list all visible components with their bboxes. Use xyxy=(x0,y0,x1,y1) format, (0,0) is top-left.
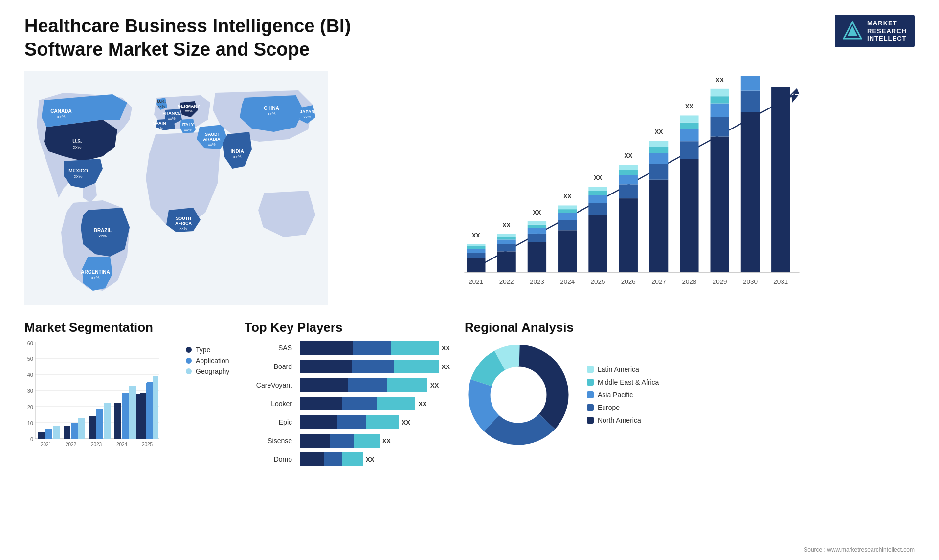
svg-text:FRANCE: FRANCE xyxy=(162,111,181,116)
svg-rect-93 xyxy=(741,112,760,273)
svg-rect-85 xyxy=(680,115,698,122)
svg-text:XX: XX xyxy=(624,152,632,159)
svg-rect-139 xyxy=(140,393,146,439)
legend-geography: Geography xyxy=(186,367,229,375)
svg-rect-84 xyxy=(680,123,698,129)
donut-svg xyxy=(465,341,572,449)
svg-text:CHINA: CHINA xyxy=(264,106,279,111)
svg-rect-73 xyxy=(619,165,638,170)
svg-rect-46 xyxy=(497,244,515,251)
svg-rect-59 xyxy=(558,213,577,220)
svg-text:2021: 2021 xyxy=(469,278,483,285)
svg-text:ARABIA: ARABIA xyxy=(203,137,221,142)
page-container: Healthcare Business Intelligence (BI) So… xyxy=(0,0,939,560)
regional-title: Regional Analysis xyxy=(465,320,915,335)
svg-text:2022: 2022 xyxy=(66,442,77,447)
svg-rect-45 xyxy=(497,251,515,272)
svg-text:xx%: xx% xyxy=(74,174,82,179)
player-row-sisense: Sisense XX xyxy=(245,434,450,448)
legend-application: Application xyxy=(186,357,229,365)
svg-text:0: 0 xyxy=(30,436,33,442)
segmentation-title: Market Segmentation xyxy=(24,320,230,335)
main-grid: CANADA xx% U.S. xx% MEXICO xx% BRAZIL xx… xyxy=(24,71,915,471)
svg-text:60: 60 xyxy=(27,341,33,346)
svg-text:2024: 2024 xyxy=(116,442,128,447)
svg-rect-126 xyxy=(53,426,60,439)
svg-rect-132 xyxy=(104,403,111,439)
svg-rect-41 xyxy=(467,249,485,253)
players-title: Top Key Players xyxy=(245,320,450,335)
svg-text:xx%: xx% xyxy=(168,116,175,121)
svg-rect-96 xyxy=(771,87,790,273)
svg-text:xx%: xx% xyxy=(57,114,65,119)
svg-text:2024: 2024 xyxy=(560,278,575,285)
bottom-section: Market Segmentation 0 10 20 30 40 50 60 xyxy=(24,315,915,471)
player-row-carevoyant: CareVoyant XX xyxy=(245,378,450,392)
svg-rect-67 xyxy=(588,187,607,191)
player-row-domo: Domo XX xyxy=(245,452,450,466)
svg-rect-72 xyxy=(619,170,638,175)
svg-text:SPAIN: SPAIN xyxy=(153,121,166,126)
legend-middle-east-africa: Middle East & Africa xyxy=(587,378,659,386)
svg-rect-79 xyxy=(649,141,668,147)
svg-text:xx%: xx% xyxy=(98,234,107,238)
svg-text:xx%: xx% xyxy=(208,142,215,147)
svg-rect-52 xyxy=(528,234,546,242)
svg-rect-40 xyxy=(467,253,485,258)
world-map: CANADA xx% U.S. xx% MEXICO xx% BRAZIL xx… xyxy=(24,71,328,305)
svg-rect-75 xyxy=(649,180,668,273)
seg-legend: Type Application Geography xyxy=(186,346,229,453)
logo-text: MARKET RESEARCH INTELLECT xyxy=(867,20,907,43)
svg-rect-69 xyxy=(619,198,638,272)
svg-rect-54 xyxy=(528,225,546,228)
svg-rect-42 xyxy=(467,246,485,249)
svg-text:10: 10 xyxy=(27,420,33,426)
svg-text:xx%: xx% xyxy=(73,145,81,150)
svg-text:BRAZIL: BRAZIL xyxy=(94,228,112,233)
svg-text:xx%: xx% xyxy=(184,128,191,132)
players-area: Top Key Players SAS XX Board xyxy=(245,320,450,471)
svg-rect-66 xyxy=(588,191,607,195)
regional-area: Regional Analysis xyxy=(465,320,915,471)
svg-rect-63 xyxy=(588,215,607,273)
svg-text:xx%: xx% xyxy=(156,126,163,130)
application-dot xyxy=(186,358,192,364)
svg-rect-47 xyxy=(497,239,515,244)
logo-box: MARKET RESEARCH INTELLECT xyxy=(835,15,915,47)
svg-text:XX: XX xyxy=(502,222,511,229)
svg-text:2022: 2022 xyxy=(499,278,514,285)
donut-chart xyxy=(465,341,572,449)
bar-chart-section: XX XX XX XX xyxy=(337,71,915,305)
legend-latin-america: Latin America xyxy=(587,366,659,373)
svg-rect-76 xyxy=(649,164,668,180)
legend-type: Type xyxy=(186,346,229,354)
svg-rect-128 xyxy=(71,423,78,439)
svg-rect-94 xyxy=(741,91,760,112)
svg-rect-58 xyxy=(558,220,577,230)
legend-asia-pacific: Asia Pacific xyxy=(587,391,659,399)
svg-text:2023: 2023 xyxy=(91,442,102,447)
svg-text:MEXICO: MEXICO xyxy=(68,168,88,173)
svg-rect-65 xyxy=(588,195,607,203)
svg-rect-64 xyxy=(588,203,607,215)
svg-rect-141 xyxy=(153,376,158,439)
svg-rect-130 xyxy=(89,416,96,439)
svg-rect-83 xyxy=(680,129,698,141)
svg-rect-57 xyxy=(558,230,577,272)
svg-text:2025: 2025 xyxy=(142,442,153,447)
svg-rect-82 xyxy=(680,141,698,159)
svg-rect-95 xyxy=(741,76,760,91)
svg-text:JAPAN: JAPAN xyxy=(300,109,314,114)
svg-rect-125 xyxy=(45,429,52,439)
svg-text:SAUDI: SAUDI xyxy=(205,132,219,137)
svg-rect-133 xyxy=(114,403,121,439)
svg-rect-81 xyxy=(680,159,698,273)
svg-rect-135 xyxy=(129,386,136,439)
segmentation-chart: 0 10 20 30 40 50 60 xyxy=(24,341,161,453)
svg-text:2026: 2026 xyxy=(621,278,636,285)
svg-text:2028: 2028 xyxy=(682,278,696,285)
svg-text:30: 30 xyxy=(27,388,33,394)
svg-rect-53 xyxy=(528,228,546,234)
svg-text:XX: XX xyxy=(472,232,480,239)
player-row-looker: Looker XX xyxy=(245,397,450,410)
